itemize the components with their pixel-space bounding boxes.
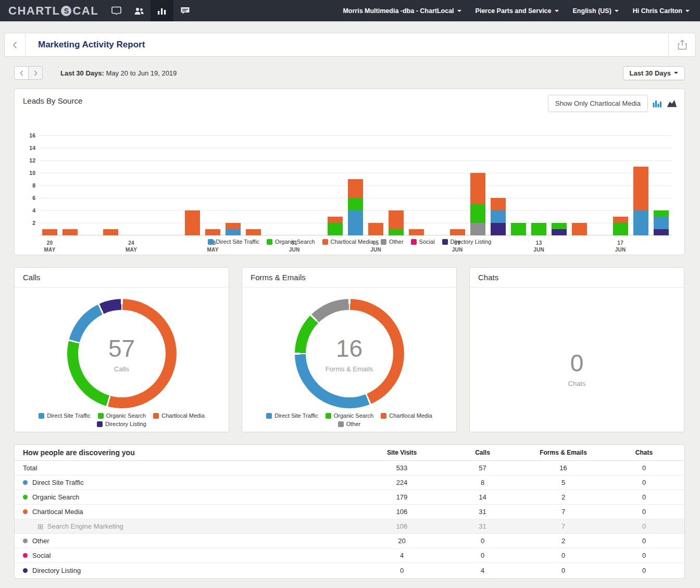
gridline — [40, 135, 671, 136]
table-cell: 0 — [604, 537, 684, 545]
legend-swatch — [266, 413, 272, 419]
account-menu[interactable]: Morris Multimedia -dba - ChartLocal — [343, 7, 461, 15]
date-pager — [14, 66, 43, 80]
table-row: Directory Listing0400 — [15, 563, 684, 578]
share-icon — [678, 40, 687, 50]
legend-label: Direct Site Traffic — [216, 239, 260, 245]
calls-total-label: Calls — [114, 365, 129, 373]
legend-swatch — [98, 413, 104, 419]
bar-chart-legend: Direct Site TrafficOrganic SearchChartlo… — [15, 239, 684, 245]
location-menu[interactable]: Pierce Parts and Service — [476, 7, 559, 15]
table-row[interactable]: ⊞Search Engine Marketing1063170 — [15, 519, 684, 534]
table-cell: 20 — [361, 537, 442, 545]
table-cell: 31 — [442, 522, 523, 530]
bar-segment — [205, 229, 220, 235]
user-menu-label: Hi Chris Carlton — [633, 7, 682, 15]
location-menu-label: Pierce Parts and Service — [476, 7, 552, 15]
bar-chart-icon[interactable] — [151, 0, 173, 21]
table-cell: 0 — [604, 567, 684, 574]
legend-swatch — [326, 413, 331, 419]
source-color-dot — [23, 539, 28, 543]
source-color-dot — [23, 568, 28, 573]
legend-item-direct-site-traffic: Direct Site Traffic — [208, 239, 260, 245]
bar-segment — [552, 229, 567, 235]
range-selector-button[interactable]: Last 30 Days — [623, 66, 685, 80]
legend-label: Direct Site Traffic — [274, 412, 318, 419]
bar-segment — [246, 229, 261, 235]
table-row: Chartlocal Media1063170 — [15, 505, 684, 519]
gridline — [40, 160, 671, 161]
row-label: Chartlocal Media — [15, 508, 361, 516]
back-button[interactable] — [5, 33, 26, 56]
page-title: Marketing Activity Report — [38, 40, 145, 50]
chats-card: Chats 0 Chats — [469, 267, 684, 432]
table-cell: 0 — [361, 567, 442, 574]
date-range-label: Last 30 Days: — [60, 69, 104, 77]
page-header: Marketing Activity Report — [4, 33, 696, 57]
bar-segment — [42, 229, 57, 235]
legend-item-social: Social — [411, 239, 435, 245]
bar-segment — [552, 223, 567, 229]
legend-swatch — [381, 413, 386, 419]
legend-item-chartlocal-media: Chartlocal Media — [322, 239, 374, 245]
prev-period-button[interactable] — [14, 66, 29, 80]
legend-item-organic-search: Organic Search — [267, 239, 315, 245]
chats-card-title: Chats — [470, 268, 684, 287]
bar-segment — [348, 198, 363, 210]
source-color-dot — [23, 509, 28, 514]
y-axis-label: 6 — [17, 195, 35, 201]
bar-jun-7 — [409, 229, 424, 235]
discovery-table-body: Total53357160Direct Site Traffic224850Or… — [15, 461, 684, 578]
logo-s-circle-icon: S — [61, 6, 71, 16]
y-axis-label: 4 — [17, 207, 35, 214]
chartlocal-logo[interactable]: CHARTL S CAL — [0, 4, 105, 18]
desktop-icon[interactable] — [105, 0, 128, 21]
language-menu[interactable]: English (US) — [573, 7, 619, 15]
y-axis-label: 16 — [17, 132, 35, 139]
next-period-button[interactable] — [28, 66, 43, 80]
row-label-text: Search Engine Marketing — [47, 522, 123, 530]
bar-segment — [633, 167, 648, 210]
bar-may-23 — [103, 229, 118, 235]
share-button[interactable] — [668, 33, 695, 56]
bar-segment — [470, 173, 485, 204]
table-cell: 0 — [604, 508, 684, 516]
legend-item-direct-site-traffic: Direct Site Traffic — [266, 412, 318, 419]
table-cell: 106 — [361, 508, 442, 516]
calls-card: Calls 57 Calls Direct Site TrafficOrgani… — [14, 267, 229, 432]
logo-text-prefix: CHARTL — [8, 4, 60, 18]
forms-donut-chart: 16 Forms & Emails — [295, 299, 404, 408]
bar-jun-15 — [572, 223, 587, 235]
column-header: Site Visits — [361, 449, 442, 456]
bar-chart-type-icon[interactable] — [653, 99, 662, 107]
table-cell: 0 — [604, 493, 684, 501]
user-menu[interactable]: Hi Chris Carlton — [633, 7, 690, 15]
bar-segment — [470, 223, 485, 235]
discovery-table-header: How people are discovering you Site Visi… — [15, 445, 684, 461]
area-chart-type-icon[interactable] — [667, 99, 677, 107]
legend-swatch — [411, 239, 417, 245]
bar-segment — [63, 229, 78, 235]
column-header: Chats — [604, 449, 684, 456]
y-axis-label: 2 — [17, 220, 35, 226]
users-icon[interactable] — [128, 0, 151, 21]
leads-controls: Show Only Chartlocal Media — [548, 95, 677, 112]
row-label-text: Total — [23, 464, 37, 472]
show-only-chartlocal-media-button[interactable]: Show Only Chartlocal Media — [548, 95, 648, 112]
row-label: Social — [15, 552, 361, 559]
calls-donut-legend: Direct Site TrafficOrganic SearchChartlo… — [15, 412, 229, 427]
expand-icon[interactable]: ⊞ — [38, 523, 44, 530]
column-header: Calls — [442, 449, 523, 456]
bar-segment — [103, 229, 118, 235]
gridline — [40, 148, 671, 148]
gridline — [40, 173, 671, 173]
calls-total-value: 57 — [108, 334, 135, 362]
bar-jun-14 — [552, 223, 567, 235]
bar-segment — [470, 204, 485, 223]
legend-label: Social — [419, 239, 435, 245]
source-color-dot — [23, 495, 28, 499]
row-label: Direct Site Traffic — [15, 479, 361, 486]
chat-icon[interactable] — [173, 0, 196, 21]
legend-swatch — [338, 421, 344, 427]
bar-jun-6 — [389, 210, 404, 235]
